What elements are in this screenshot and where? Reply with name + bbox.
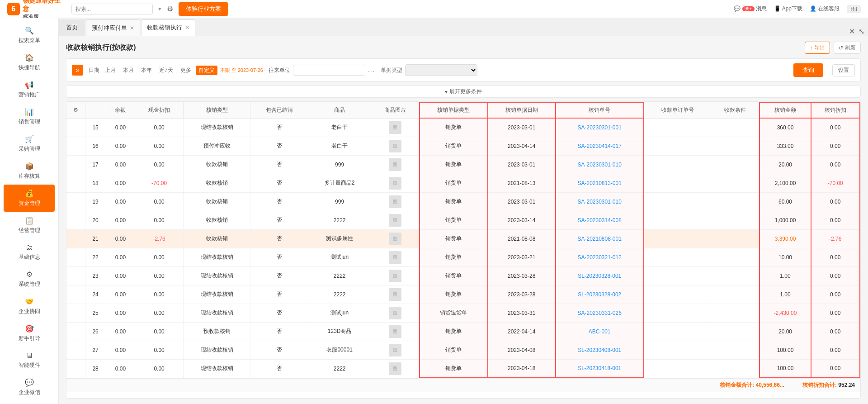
sidebar-label-enterprise: 企业协同 [19,308,40,315]
cell-writeoff-amount: 1.00 [760,266,811,285]
sidebar-item-marketing[interactable]: 📢 营销推广 [0,76,58,103]
page-content: 收款核销执行(按收款) ↑ 导出 ↺ 刷新 » 日期 [59,36,868,404]
sidebar-item-basic[interactable]: 🗂 基础信息 [0,239,58,266]
gear-icon[interactable]: ⚙ [167,5,173,13]
cell-cancel-type: 预收款核销 [183,322,250,341]
tab-writeoff[interactable]: 收款核销执行 ✕ [141,19,195,36]
sidebar-label-basic: 基础信息 [19,253,40,261]
settings-icon[interactable]: ⚙ [73,107,78,113]
footer-amount-value: 40,556,66... [756,382,784,388]
sidebar-item-enterprise[interactable]: 🤝 企业协同 [0,293,58,320]
message-icon[interactable]: 💬 99+ 消息 [734,5,767,13]
search-input[interactable] [71,4,153,14]
finance-icon: 💰 [25,189,34,198]
tab-close-all-icon[interactable]: ✕ [849,27,855,36]
tab-expand-icon[interactable]: ⤡ [859,27,864,36]
cell-writeoff-discount: 0.00 [811,118,860,137]
user-label[interactable]: Rit [847,5,861,13]
cell-writeoff-bill-no[interactable]: SA-20230331-026 [556,304,644,322]
col-writeoff-bill-no: 核销单号 [556,102,644,118]
sidebar-item-finance[interactable]: 💰 资金管理 [4,185,55,212]
cell-writeoff-bill-no[interactable]: SA-20210813-001 [556,174,644,192]
cell-writeoff-bill-no[interactable]: SA-20230321-012 [556,248,644,266]
cell-writeoff-bill-no[interactable]: SA-20230301-010 [556,155,644,174]
expand-more-bar[interactable]: ▾ 展开更多条件 [66,86,861,98]
col-cancel-type: 核销类型 [183,102,250,118]
cell-product: 老白干 [308,137,371,155]
cell-writeoff-bill-no[interactable]: SA-20230414-017 [556,137,644,155]
export-button[interactable]: ↑ 导出 [805,42,830,54]
sidebar-item-member[interactable]: V 畅会员 [0,401,58,404]
filter-unit-input[interactable] [293,65,365,76]
sidebar-item-quicknav[interactable]: 🏠 快捷导航 [0,49,58,76]
cell-product: 2222 [308,266,371,285]
col-settings[interactable]: ⚙ [66,102,85,118]
filter-expand-button[interactable]: » [72,65,83,76]
sidebar-item-search[interactable]: 🔍 搜索菜单 [0,22,58,49]
cell-writeoff-bill-no[interactable]: ABC-001 [556,322,644,341]
cell-writeoff-amount: 3,390.00 [760,229,811,248]
tab-writeoff-close[interactable]: ✕ [185,24,189,31]
cell-writeoff-discount: 0.00 [811,137,860,155]
sidebar-item-purchase[interactable]: 🛒 采购管理 [0,130,58,157]
cell-cancel-type: 现结收款核销 [183,248,250,266]
footer-discount-value: 952.24 [838,382,855,388]
filter-date-thismonth[interactable]: 本月 [120,66,137,75]
cell-index: 18 [85,174,106,192]
cell-index: 27 [85,341,106,359]
table-row: 24 0.00 0.00 现结收款核销 否 2222 图 销货单 2023-03… [66,285,860,304]
filter-unit-label: 往来单位 [269,67,290,74]
sidebar-item-hardware[interactable]: 🖥 智能硬件 [0,347,58,374]
logo-icon: 6 [7,3,20,15]
cell-writeoff-bill-no[interactable]: SL-20230408-001 [556,341,644,359]
cell-balance: 0.00 [106,155,135,174]
setting-button[interactable]: 设置 [832,64,855,76]
online-service[interactable]: 👤 在线客服 [810,5,840,13]
cell-writeoff-bill-no[interactable]: SA-20210808-001 [556,229,644,248]
cell-writeoff-amount: 20.00 [760,322,811,341]
filter-date-lastmonth[interactable]: 上月 [102,66,118,75]
cell-writeoff-bill-no[interactable]: SL-20230418-001 [556,359,644,378]
refresh-button[interactable]: ↺ 刷新 [834,42,861,54]
filter-date-7days[interactable]: 近7天 [156,66,176,75]
table-row: 21 0.00 -2.76 收款核销 否 测试多属性 图 销货单 2021-08… [66,229,860,248]
cell-writeoff-amount: 333.00 [760,137,811,155]
cell-include-settled: 否 [250,248,308,266]
tab-writeoff-label: 收款核销执行 [147,24,182,32]
industry-btn[interactable]: 体验行业方案 [179,2,228,16]
system-icon: ⚙ [26,270,33,279]
cell-settings [66,285,85,304]
cell-product: 多计量商品2 [308,174,371,192]
filter-date-more[interactable]: 更多 [178,66,194,75]
cell-balance: 0.00 [106,229,135,248]
cell-writeoff-bill-type: 销货单 [420,118,487,137]
cell-writeoff-bill-no[interactable]: SA-20230314-008 [556,211,644,229]
sidebar-label-search: 搜索菜单 [19,37,40,44]
cell-index: 26 [85,322,106,341]
cell-writeoff-bill-no[interactable]: SL-20230328-002 [556,285,644,304]
sidebar-item-system[interactable]: ⚙ 系统管理 [0,266,58,293]
tab-home[interactable]: 首页 [59,19,85,36]
cell-cash-discount: 0.00 [135,248,184,266]
sidebar-item-inventory[interactable]: 📦 库存核算 [0,157,58,185]
sidebar-item-newbie[interactable]: 🎯 新手引导 [0,320,58,347]
sidebar-item-operation[interactable]: 📋 经营管理 [0,212,58,239]
app-download[interactable]: 📱 App下载 [774,5,802,13]
footer-amount-label: 核销金额合计: 40,556,66... [720,381,784,389]
cell-cash-discount: 0.00 [135,266,184,285]
sidebar-item-wechat[interactable]: 💬 企业微信 [0,374,58,401]
cell-writeoff-bill-no[interactable]: SA-20230301-001 [556,118,644,137]
table-footer: 核销金额合计: 40,556,66... 核销折扣合计: 952.24 [66,378,860,392]
tab-prepay-close[interactable]: ✕ [130,25,134,31]
filter-type-select[interactable] [405,64,477,76]
cell-writeoff-bill-no[interactable]: SA-20230301-010 [556,192,644,211]
filter-date-custom[interactable]: 自定义 [196,66,217,75]
tab-prepay[interactable]: 预付冲应付单 ✕ [86,19,140,36]
cell-writeoff-bill-no[interactable]: SL-20230328-001 [556,266,644,285]
sidebar-item-sales[interactable]: 📊 销售管理 [0,103,58,130]
cell-receipt-condition [711,174,760,192]
filter-date-thisyear[interactable]: 本年 [138,66,155,75]
cell-writeoff-discount: -2.76 [811,229,860,248]
query-button[interactable]: 查询 [793,63,823,77]
sidebar-label-hardware: 智能硬件 [19,361,40,369]
